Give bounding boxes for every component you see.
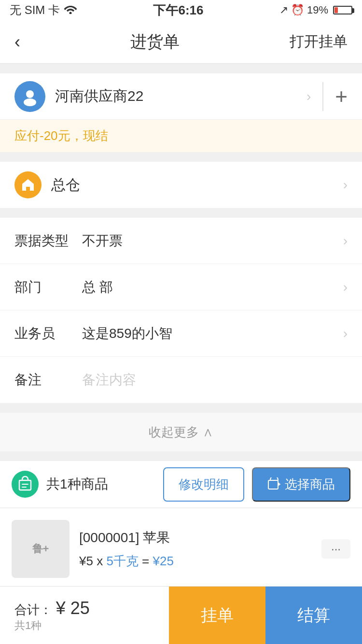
total-count: 共1种 xyxy=(14,618,154,633)
collapse-label: 收起更多 ∧ xyxy=(149,424,213,441)
product-count-label: 共1种商品 xyxy=(46,475,155,493)
battery-percent: 19% xyxy=(307,4,328,16)
svg-rect-3 xyxy=(19,480,31,490)
product-quantity: 5千克 xyxy=(106,554,138,568)
dept-row[interactable]: 部门 总 部 › xyxy=(0,264,362,310)
notice-text: 应付-20元，现结 xyxy=(14,128,108,143)
ticket-type-value: 不开票 xyxy=(72,232,343,250)
location-icon: ↗ xyxy=(279,4,288,16)
sales-value: 这是859的小智 xyxy=(72,324,343,343)
alarm-icon: ⏰ xyxy=(291,4,304,16)
product-item: 鲁+ [0000001] 苹果 ¥5 x 5千克 = ¥25 ··· xyxy=(0,508,362,589)
ticket-type-row[interactable]: 票据类型 不开票 › xyxy=(0,218,362,264)
select-product-button[interactable]: 选择商品 xyxy=(252,467,350,502)
hang-button[interactable]: 挂单 xyxy=(169,587,265,644)
warehouse-icon xyxy=(14,171,42,198)
status-bar: 无 SIM 卡 下午6:16 ↗ ⏰ 19% xyxy=(0,0,362,20)
supplier-name: 河南供应商22 xyxy=(55,86,306,106)
form-section: 票据类型 不开票 › 部门 总 部 › 业务员 这是859的小智 › 备注 备注… xyxy=(0,218,362,403)
dept-chevron-icon: › xyxy=(343,280,348,295)
product-name: [0000001] 苹果 xyxy=(79,529,312,547)
warehouse-chevron-icon: › xyxy=(343,177,348,193)
product-unit-price: ¥5 xyxy=(79,554,93,568)
warehouse-name: 总仓 xyxy=(51,175,343,195)
sales-chevron-icon: › xyxy=(343,326,348,341)
back-button[interactable]: ‹ xyxy=(14,32,20,52)
svg-point-1 xyxy=(26,90,34,98)
page-title: 进货单 xyxy=(130,31,180,53)
remark-input[interactable]: 备注内容 xyxy=(72,371,348,389)
section-gap-1 xyxy=(0,64,362,73)
sales-label: 业务员 xyxy=(14,324,72,343)
warehouse-row[interactable]: 总仓 › xyxy=(0,162,362,208)
status-left: 无 SIM 卡 xyxy=(10,2,77,18)
bottom-bar: 合计： ¥ 25 共1种 挂单 结算 xyxy=(0,586,362,644)
sales-row[interactable]: 业务员 这是859的小智 › xyxy=(0,310,362,357)
supplier-avatar xyxy=(14,81,45,112)
notice-bar: 应付-20元，现结 xyxy=(0,120,362,152)
dept-value: 总 部 xyxy=(72,278,343,296)
svg-rect-4 xyxy=(268,480,278,489)
product-price-row: ¥5 x 5千克 = ¥25 xyxy=(79,553,312,570)
svg-point-0 xyxy=(70,12,72,14)
checkout-button[interactable]: 结算 xyxy=(265,587,362,644)
product-more-button[interactable]: ··· xyxy=(321,539,350,559)
total-line: 合计： ¥ 25 xyxy=(14,598,154,618)
product-header: 共1种商品 修改明细 选择商品 xyxy=(0,461,362,507)
select-product-label: 选择商品 xyxy=(285,476,335,493)
svg-point-2 xyxy=(24,98,36,106)
product-title: 苹果 xyxy=(143,530,170,545)
dept-label: 部门 xyxy=(14,278,72,296)
remark-row[interactable]: 备注 备注内容 xyxy=(0,357,362,403)
product-count-icon xyxy=(12,471,39,498)
collapse-bar[interactable]: 收起更多 ∧ xyxy=(0,413,362,451)
add-supplier-button[interactable]: + xyxy=(335,84,348,109)
owl-logo: 鲁+ xyxy=(32,542,49,556)
edit-detail-button[interactable]: 修改明细 xyxy=(163,467,244,502)
nav-bar: ‹ 进货单 打开挂单 xyxy=(0,20,362,64)
supplier-chevron-icon: › xyxy=(306,89,311,104)
supplier-divider xyxy=(322,82,323,111)
ticket-type-label: 票据类型 xyxy=(14,232,72,250)
product-info: [0000001] 苹果 ¥5 x 5千克 = ¥25 xyxy=(79,529,312,570)
total-section: 合计： ¥ 25 共1种 xyxy=(0,587,169,644)
product-code: [0000001] xyxy=(79,530,139,545)
open-hang-button[interactable]: 打开挂单 xyxy=(290,32,348,52)
battery-icon xyxy=(333,6,352,14)
checkout-label: 结算 xyxy=(297,604,330,627)
hang-label: 挂单 xyxy=(201,604,234,627)
total-amount: ¥ 25 xyxy=(56,598,90,618)
ticket-chevron-icon: › xyxy=(343,233,348,249)
carrier-label: 无 SIM 卡 xyxy=(10,2,60,18)
product-total: ¥25 xyxy=(153,554,174,568)
wifi-icon xyxy=(64,3,77,17)
product-thumbnail: 鲁+ xyxy=(12,520,70,578)
total-label: 合计： xyxy=(14,602,52,617)
status-right: ↗ ⏰ 19% xyxy=(279,4,352,16)
supplier-row[interactable]: 河南供应商22 › + xyxy=(0,73,362,120)
status-time: 下午6:16 xyxy=(153,2,203,19)
remark-label: 备注 xyxy=(14,371,72,389)
